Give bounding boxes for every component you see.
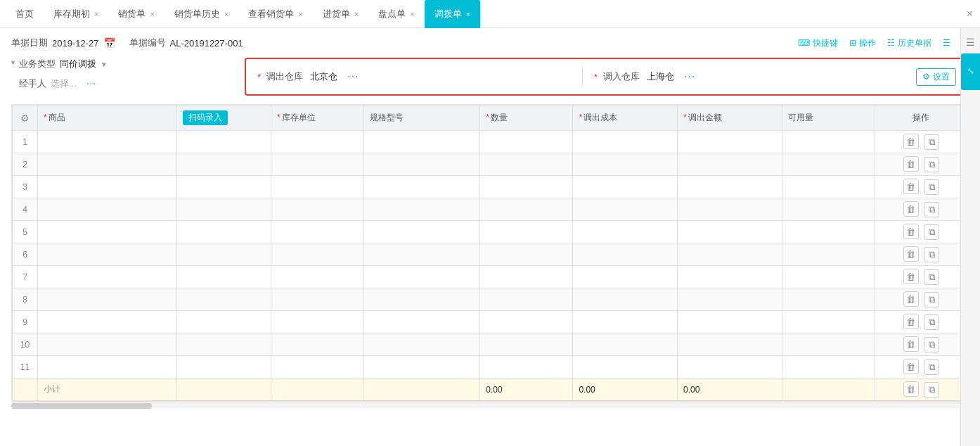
row-qty[interactable]: [480, 288, 573, 311]
row-spec[interactable]: [364, 266, 480, 288]
row-qty[interactable]: [480, 356, 573, 378]
row-spec[interactable]: [364, 153, 480, 176]
copy-row-button[interactable]: ⧉: [924, 269, 939, 285]
delete-row-button[interactable]: 🗑: [903, 246, 919, 262]
row-qty[interactable]: [480, 243, 573, 266]
row-qty[interactable]: [480, 153, 573, 176]
copy-row-button[interactable]: ⧉: [924, 292, 939, 307]
row-cost[interactable]: [573, 176, 678, 198]
row-goods[interactable]: [38, 311, 177, 333]
delete-row-button[interactable]: 🗑: [903, 134, 919, 149]
subtotal-delete-button[interactable]: 🗑: [903, 381, 919, 397]
row-amount[interactable]: [678, 243, 782, 266]
business-type-select[interactable]: 同价调拨 ▼: [60, 58, 108, 70]
row-qty[interactable]: [480, 131, 573, 153]
row-cost[interactable]: [573, 356, 678, 378]
row-unit[interactable]: [271, 221, 363, 243]
tab-inventory-init[interactable]: 库存期初 ×: [44, 0, 108, 28]
delete-row-button[interactable]: 🗑: [903, 201, 919, 217]
row-goods[interactable]: [38, 333, 177, 356]
row-cost[interactable]: [573, 221, 678, 243]
col-header-settings[interactable]: ⚙: [13, 106, 38, 131]
row-cost[interactable]: [573, 243, 678, 266]
delete-row-button[interactable]: 🗑: [903, 224, 919, 239]
row-goods[interactable]: [38, 266, 177, 288]
tab-transfer[interactable]: 调拨单 ×: [425, 0, 480, 28]
tab-close-inventory-init[interactable]: ×: [94, 10, 98, 18]
copy-row-button[interactable]: ⧉: [924, 247, 939, 262]
tab-view-sales[interactable]: 查看销货单 ×: [238, 0, 312, 28]
row-cost[interactable]: [573, 266, 678, 288]
row-qty[interactable]: [480, 333, 573, 356]
scan-button[interactable]: 扫码录入: [183, 110, 228, 125]
tab-close-stocktake[interactable]: ×: [410, 10, 414, 18]
row-amount[interactable]: [678, 153, 782, 176]
row-cost[interactable]: [573, 311, 678, 333]
row-goods[interactable]: [38, 356, 177, 378]
sidebar-expand-button[interactable]: ⤢: [961, 53, 981, 90]
row-amount[interactable]: [678, 333, 782, 356]
tab-close-sales-history[interactable]: ×: [224, 10, 228, 18]
row-unit[interactable]: [271, 198, 363, 221]
row-goods[interactable]: [38, 243, 177, 266]
row-avail[interactable]: [782, 243, 875, 266]
row-avail[interactable]: [782, 356, 875, 378]
row-avail[interactable]: [782, 221, 875, 243]
tab-close-view-sales[interactable]: ×: [298, 10, 302, 18]
warehouse-in-dots-button[interactable]: ···: [684, 70, 695, 83]
tab-stocktake[interactable]: 盘点单 ×: [368, 0, 424, 28]
row-amount[interactable]: [678, 266, 782, 288]
tab-home[interactable]: 首页: [6, 0, 44, 28]
row-unit[interactable]: [271, 266, 363, 288]
row-spec[interactable]: [364, 221, 480, 243]
row-amount[interactable]: [678, 198, 782, 221]
tab-sales-history[interactable]: 销货单历史 ×: [165, 0, 238, 28]
row-goods[interactable]: [38, 153, 177, 176]
history-button[interactable]: ☷ 历史单据: [887, 37, 931, 49]
warehouse-out-dots-button[interactable]: ···: [347, 70, 359, 83]
row-amount[interactable]: [678, 311, 782, 333]
row-qty[interactable]: [480, 198, 573, 221]
tab-close-sales-order[interactable]: ×: [150, 10, 154, 18]
delete-row-button[interactable]: 🗑: [903, 156, 919, 172]
row-qty[interactable]: [480, 266, 573, 288]
row-qty[interactable]: [480, 311, 573, 333]
row-cost[interactable]: [573, 288, 678, 311]
row-unit[interactable]: [271, 243, 363, 266]
row-goods[interactable]: [38, 198, 177, 221]
row-qty[interactable]: [480, 176, 573, 198]
row-spec[interactable]: [364, 243, 480, 266]
row-unit[interactable]: [271, 311, 363, 333]
copy-row-button[interactable]: ⧉: [924, 224, 939, 240]
tab-close-transfer[interactable]: ×: [466, 10, 470, 18]
row-cost[interactable]: [573, 333, 678, 356]
row-qty[interactable]: [480, 221, 573, 243]
copy-row-button[interactable]: ⧉: [924, 314, 939, 330]
row-avail[interactable]: [782, 131, 875, 153]
operations-button[interactable]: ⊞ 操作: [849, 37, 876, 49]
row-spec[interactable]: [364, 288, 480, 311]
row-avail[interactable]: [782, 288, 875, 311]
scrollbar-thumb[interactable]: [11, 403, 152, 409]
row-goods[interactable]: [38, 176, 177, 198]
row-unit[interactable]: [271, 131, 363, 153]
copy-row-button[interactable]: ⧉: [924, 359, 939, 375]
row-cost[interactable]: [573, 153, 678, 176]
copy-row-button[interactable]: ⧉: [924, 157, 939, 172]
person-dots-button[interactable]: ···: [86, 77, 96, 90]
row-unit[interactable]: [271, 356, 363, 378]
delete-row-button[interactable]: 🗑: [903, 269, 919, 284]
copy-row-button[interactable]: ⧉: [924, 202, 939, 217]
row-goods[interactable]: [38, 288, 177, 311]
row-unit[interactable]: [271, 153, 363, 176]
row-spec[interactable]: [364, 311, 480, 333]
row-amount[interactable]: [678, 356, 782, 378]
row-unit[interactable]: [271, 176, 363, 198]
row-avail[interactable]: [782, 153, 875, 176]
row-cost[interactable]: [573, 198, 678, 221]
row-unit[interactable]: [271, 333, 363, 356]
calendar-icon[interactable]: 📅: [103, 37, 115, 49]
row-avail[interactable]: [782, 311, 875, 333]
row-avail[interactable]: [782, 266, 875, 288]
row-amount[interactable]: [678, 176, 782, 198]
